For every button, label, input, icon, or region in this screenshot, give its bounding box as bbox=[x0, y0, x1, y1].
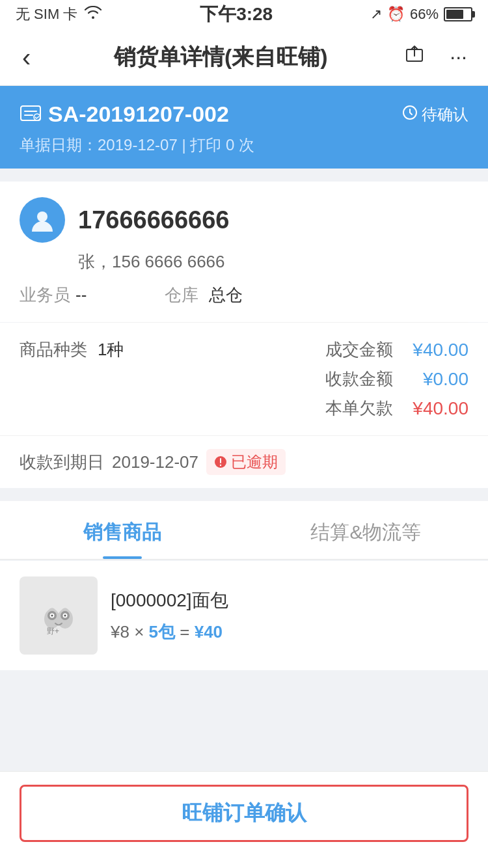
customer-name: 张，156 6666 6666 bbox=[20, 251, 468, 273]
status-text: 待确认 bbox=[422, 104, 468, 125]
price-per-unit: ¥8 × bbox=[111, 622, 149, 642]
svg-text:野+: 野+ bbox=[47, 627, 59, 635]
customer-extra: 业务员 -- 仓库 总仓 bbox=[20, 284, 468, 306]
status-bar: 无 SIM 卡 下午3:28 ↗ ⏰ 66% bbox=[0, 0, 488, 29]
battery-icon bbox=[444, 7, 472, 21]
customer-phone: 17666666666 bbox=[78, 206, 229, 234]
product-price: ¥8 × 5包 = ¥40 bbox=[111, 621, 468, 644]
status-left: 无 SIM 卡 bbox=[16, 5, 102, 24]
wifi-icon bbox=[84, 6, 102, 23]
avatar bbox=[20, 197, 65, 243]
owed-value: ¥40.00 bbox=[403, 398, 468, 419]
order-meta: 单据日期：2019-12-07 | 打印 0 次 bbox=[20, 135, 468, 156]
overdue-text: 已逾期 bbox=[231, 452, 278, 472]
share-button[interactable] bbox=[398, 38, 431, 77]
order-status: 待确认 bbox=[402, 104, 468, 125]
back-button[interactable]: ‹ bbox=[16, 38, 37, 77]
svg-point-6 bbox=[220, 465, 221, 466]
svg-point-14 bbox=[64, 615, 66, 617]
status-right: ↗ ⏰ 66% bbox=[370, 6, 472, 23]
order-icon bbox=[20, 102, 42, 127]
tab-settlement-logistics[interactable]: 结算&物流等 bbox=[244, 501, 488, 559]
order-header: SA-20191207-002 待确认 单据日期：2019-12-07 | 打印… bbox=[0, 86, 488, 169]
overdue-badge: 已逾期 bbox=[206, 449, 286, 475]
tab-sales-products[interactable]: 销售商品 bbox=[0, 501, 244, 559]
product-types-value: 1种 bbox=[98, 338, 124, 361]
amounts-left: 商品种类 1种 bbox=[20, 338, 325, 365]
equals-sign: = bbox=[180, 622, 194, 642]
more-button[interactable]: ··· bbox=[444, 40, 472, 74]
transaction-value: ¥40.00 bbox=[403, 340, 468, 360]
product-thumbnail: 野+ bbox=[20, 576, 98, 655]
warehouse-label: 仓库 bbox=[165, 284, 198, 306]
due-date-label: 收款到期日 bbox=[20, 451, 104, 474]
carrier-label: 无 SIM 卡 bbox=[16, 5, 77, 24]
clock-icon bbox=[402, 105, 418, 124]
salesperson-value: -- bbox=[75, 285, 87, 305]
product-info: [0000002]面包 ¥8 × 5包 = ¥40 bbox=[111, 588, 468, 644]
page-title: 销货单详情(来自旺铺) bbox=[44, 42, 398, 72]
amounts-right: 成交金额 ¥40.00 收款金额 ¥0.00 本单欠款 ¥40.00 bbox=[325, 338, 468, 420]
received-label: 收款金额 bbox=[325, 368, 393, 390]
alarm-icon: ⏰ bbox=[387, 6, 405, 23]
nav-bar: ‹ 销货单详情(来自旺铺) ··· bbox=[0, 29, 488, 86]
transaction-label: 成交金额 bbox=[325, 338, 393, 361]
nav-actions: ··· bbox=[398, 38, 472, 77]
salesperson-label: 业务员 bbox=[20, 284, 70, 306]
status-time: 下午3:28 bbox=[200, 2, 273, 27]
product-name: [0000002]面包 bbox=[111, 588, 468, 613]
confirm-button[interactable]: 旺铺订单确认 bbox=[20, 785, 468, 842]
tabs-container: 销售商品 结算&物流等 bbox=[0, 501, 488, 560]
location-icon: ↗ bbox=[370, 6, 382, 23]
product-section: 野+ [0000002]面包 ¥8 × 5包 = ¥40 bbox=[0, 561, 488, 670]
customer-section: 17666666666 张，156 6666 6666 业务员 -- 仓库 总仓 bbox=[0, 182, 488, 322]
due-date-section: 收款到期日 2019-12-07 已逾期 bbox=[0, 435, 488, 488]
owed-label: 本单欠款 bbox=[325, 397, 393, 420]
received-value: ¥0.00 bbox=[403, 369, 468, 390]
product-total: ¥40 bbox=[195, 622, 223, 642]
amounts-section: 商品种类 1种 成交金额 ¥40.00 收款金额 ¥0.00 本单欠款 ¥40.… bbox=[0, 323, 488, 435]
warehouse-value: 总仓 bbox=[209, 284, 243, 306]
svg-point-4 bbox=[37, 211, 47, 222]
svg-point-13 bbox=[51, 615, 53, 617]
product-item: 野+ [0000002]面包 ¥8 × 5包 = ¥40 bbox=[0, 561, 488, 670]
order-id: SA-20191207-002 bbox=[20, 102, 229, 127]
bottom-bar: 旺铺订单确认 bbox=[0, 771, 488, 868]
product-types-label: 商品种类 bbox=[20, 338, 87, 361]
battery-percent: 66% bbox=[410, 6, 439, 23]
product-qty: 5包 bbox=[149, 622, 175, 642]
due-date-value: 2019-12-07 bbox=[112, 452, 198, 472]
